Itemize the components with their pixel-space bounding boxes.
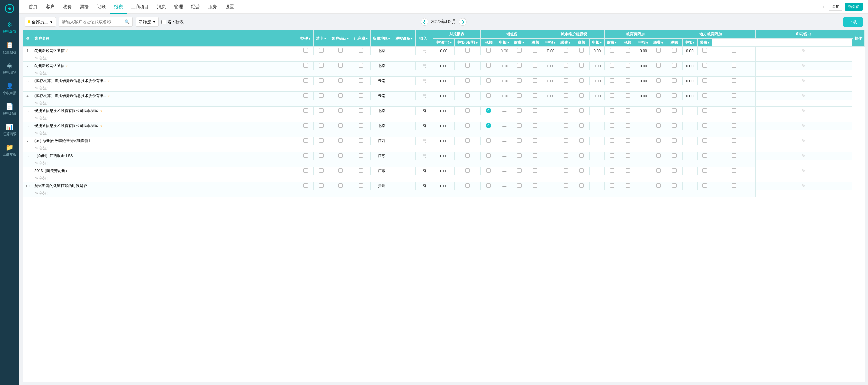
checkbox[interactable] [626, 168, 630, 173]
checkbox[interactable] [626, 63, 630, 68]
checkbox[interactable] [610, 108, 614, 113]
checkbox[interactable] [672, 93, 677, 98]
checkbox[interactable] [579, 93, 584, 98]
checkbox[interactable] [465, 78, 470, 83]
nav-invoice[interactable]: 票据 [76, 0, 93, 14]
checkbox[interactable] [465, 48, 470, 53]
checkbox[interactable] [564, 138, 568, 143]
nav-home[interactable]: 首页 [25, 0, 42, 14]
checkbox[interactable] [319, 63, 324, 68]
named-list-label[interactable]: 名下标表 [161, 19, 184, 25]
edit-icon[interactable]: ✎ [802, 138, 806, 143]
checkbox[interactable] [465, 183, 470, 188]
nav-messages[interactable]: 消息 [153, 0, 170, 14]
checkbox[interactable] [359, 153, 363, 158]
checkbox[interactable] [702, 123, 707, 128]
sidebar-item-summary[interactable]: 📊 汇算清缴 [0, 119, 19, 140]
checkbox[interactable] [610, 63, 614, 68]
sidebar-item-batch-tax[interactable]: 📋 批量报税 [0, 38, 19, 58]
checkbox[interactable] [564, 183, 568, 188]
sidebar-item-tax-view[interactable]: ◉ 报税浏览 [0, 58, 19, 79]
checkbox[interactable] [517, 93, 522, 98]
checkbox[interactable] [319, 48, 324, 53]
checkbox[interactable] [656, 63, 661, 68]
checkbox[interactable] [533, 123, 537, 128]
checkbox[interactable] [338, 78, 343, 83]
checkbox[interactable] [533, 78, 537, 83]
checkbox[interactable] [338, 48, 343, 53]
checkbox[interactable] [626, 93, 630, 98]
nav-bookkeeping[interactable]: 记账 [93, 0, 110, 14]
checkbox[interactable] [656, 153, 661, 158]
checkbox[interactable] [303, 153, 308, 158]
checkbox[interactable] [359, 108, 363, 113]
checkbox[interactable] [517, 153, 522, 158]
checkbox[interactable] [486, 138, 491, 143]
checkbox[interactable] [579, 48, 584, 53]
checkbox[interactable] [564, 108, 568, 113]
nav-tax[interactable]: 报税 [110, 0, 127, 14]
nav-billing[interactable]: 收费 [59, 0, 76, 14]
checkbox[interactable] [564, 153, 568, 158]
checkbox[interactable] [732, 153, 736, 158]
checkbox[interactable] [359, 63, 363, 68]
checkbox[interactable] [303, 183, 308, 188]
checkbox[interactable] [303, 48, 308, 53]
checkbox[interactable] [579, 153, 584, 158]
checkbox[interactable] [486, 123, 491, 128]
checkbox[interactable] [702, 93, 707, 98]
download-btn[interactable]: 下载 [843, 17, 863, 27]
edit-icon[interactable]: ✎ [802, 153, 806, 158]
checkbox[interactable] [610, 183, 614, 188]
edit-icon[interactable]: ✎ [802, 78, 806, 83]
checkbox[interactable] [656, 78, 661, 83]
checkbox[interactable] [533, 108, 537, 113]
checkbox[interactable] [533, 48, 537, 53]
next-month-btn[interactable]: ❯ [459, 18, 467, 26]
checkbox[interactable] [486, 153, 491, 158]
checkbox[interactable] [656, 108, 661, 113]
nav-settings[interactable]: 设置 [221, 0, 238, 14]
checkbox[interactable] [517, 168, 522, 173]
search-input[interactable] [62, 19, 123, 24]
checkbox[interactable] [338, 123, 343, 128]
checkbox[interactable] [732, 63, 736, 68]
checkbox[interactable] [359, 48, 363, 53]
filter-button[interactable]: ▽ 筛选 ▼ [136, 17, 159, 27]
checkbox[interactable] [517, 78, 522, 83]
checkbox[interactable] [626, 108, 630, 113]
checkbox[interactable] [702, 168, 707, 173]
checkbox[interactable] [672, 183, 677, 188]
checkbox[interactable] [319, 168, 324, 173]
checkbox[interactable] [732, 138, 736, 143]
checkbox[interactable] [732, 78, 736, 83]
checkbox[interactable] [465, 168, 470, 173]
checkbox[interactable] [486, 168, 491, 173]
checkbox[interactable] [564, 93, 568, 98]
edit-icon[interactable]: ✎ [802, 93, 806, 98]
sidebar-item-tax-records[interactable]: 📄 报税记录 [0, 99, 19, 119]
checkbox[interactable] [579, 78, 584, 83]
checkbox[interactable] [465, 138, 470, 143]
checkbox[interactable] [319, 93, 324, 98]
checkbox[interactable] [672, 138, 677, 143]
prev-month-btn[interactable]: ❮ [421, 18, 428, 26]
edit-icon[interactable]: ✎ [802, 63, 806, 68]
checkbox[interactable] [338, 168, 343, 173]
checkbox[interactable] [702, 108, 707, 113]
checkbox[interactable] [517, 123, 522, 128]
checkbox[interactable] [533, 93, 537, 98]
checkbox[interactable] [303, 138, 308, 143]
checkbox[interactable] [732, 108, 736, 113]
checkbox[interactable] [338, 93, 343, 98]
checkbox[interactable] [610, 168, 614, 173]
checkbox[interactable] [533, 138, 537, 143]
checkbox[interactable] [533, 153, 537, 158]
checkbox[interactable] [486, 78, 491, 83]
nav-operations[interactable]: 经营 [187, 0, 204, 14]
checkbox[interactable] [303, 63, 308, 68]
checkbox[interactable] [610, 93, 614, 98]
sidebar-item-personal-tax[interactable]: 👤 个税申报 [0, 79, 19, 99]
nav-management[interactable]: 管理 [170, 0, 187, 14]
checkbox[interactable] [517, 138, 522, 143]
